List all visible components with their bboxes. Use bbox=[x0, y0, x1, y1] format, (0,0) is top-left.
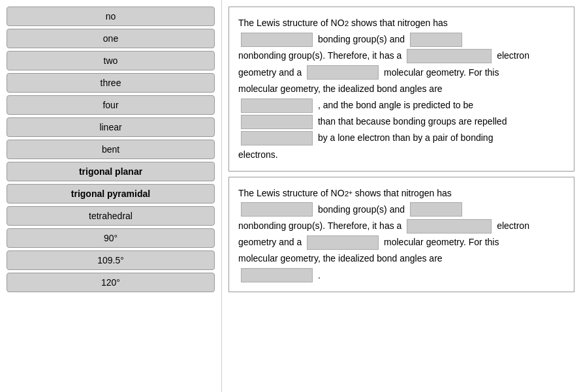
blank-2-3[interactable] bbox=[407, 219, 492, 234]
blank-2-1[interactable] bbox=[241, 202, 313, 217]
block1-intro: The Lewis structure of NO bbox=[238, 15, 345, 31]
question-block-2: The Lewis structure of NO2+ shows that n… bbox=[228, 177, 574, 292]
blank-2-2[interactable] bbox=[410, 202, 462, 217]
block1-line5: molecular geometry, the idealized bond a… bbox=[238, 81, 565, 97]
blank-2-5[interactable] bbox=[241, 268, 313, 282]
blank-1-5[interactable] bbox=[241, 98, 313, 113]
block2-line2: bonding group(s) and bbox=[238, 202, 565, 218]
block1-line7: than that because bonding groups are rep… bbox=[238, 113, 565, 130]
word-item-linear[interactable]: linear bbox=[7, 117, 215, 137]
block2-line5: molecular geometry, the idealized bond a… bbox=[238, 250, 565, 267]
blank-1-6[interactable] bbox=[241, 115, 313, 129]
question-panel: The Lewis structure of NO2 shows that ni… bbox=[222, 0, 581, 392]
block1-line8: by a lone electron than by a pair of bon… bbox=[238, 130, 565, 146]
word-item-120-[interactable]: 120° bbox=[7, 273, 215, 292]
word-item-four[interactable]: four bbox=[7, 95, 215, 115]
block2-line6: . bbox=[238, 267, 565, 284]
word-item-bent[interactable]: bent bbox=[7, 140, 215, 159]
word-item-three[interactable]: three bbox=[7, 73, 215, 93]
blank-1-2[interactable] bbox=[410, 33, 462, 47]
word-item-tetrahedral[interactable]: tetrahedral bbox=[7, 206, 215, 226]
block1-line3: nonbonding group(s). Therefore, it has a… bbox=[238, 48, 565, 64]
block1-line2: bonding group(s) and bbox=[238, 31, 565, 48]
blank-2-4[interactable] bbox=[307, 235, 379, 250]
block2-line1: The Lewis structure of NO2+ shows that n… bbox=[238, 185, 565, 202]
block1-line9: electrons. bbox=[238, 147, 565, 163]
block2-line3: nonbonding group(s). Therefore, it has a… bbox=[238, 218, 565, 234]
block2-intro: The Lewis structure of NO bbox=[238, 185, 345, 202]
block2-shows: shows that nitrogen has bbox=[353, 185, 452, 202]
block2-line4: geometry and a molecular geometry. For t… bbox=[238, 234, 565, 250]
word-item-109-5-[interactable]: 109.5° bbox=[7, 250, 215, 270]
blank-1-4[interactable] bbox=[307, 65, 379, 80]
word-item-no[interactable]: no bbox=[7, 7, 215, 26]
blank-1-1[interactable] bbox=[241, 33, 313, 47]
word-item-two[interactable]: two bbox=[7, 51, 215, 70]
block1-shows: shows that nitrogen has bbox=[349, 15, 448, 31]
word-item-one[interactable]: one bbox=[7, 29, 215, 48]
word-item-trigonal-planar[interactable]: trigonal planar bbox=[7, 162, 215, 181]
question-block-1: The Lewis structure of NO2 shows that ni… bbox=[228, 7, 574, 172]
word-item-trigonal-pyramidal[interactable]: trigonal pyramidal bbox=[7, 184, 215, 204]
block1-line4: geometry and a molecular geometry. For t… bbox=[238, 65, 565, 81]
block1-line6: , and the bond angle is predicted to be bbox=[238, 97, 565, 113]
word-item-90-[interactable]: 90° bbox=[7, 228, 215, 248]
block1-line1: The Lewis structure of NO2 shows that ni… bbox=[238, 15, 565, 31]
blank-1-3[interactable] bbox=[407, 49, 492, 63]
word-bank: noonetwothreefourlinearbenttrigonal plan… bbox=[0, 0, 222, 392]
blank-1-7[interactable] bbox=[241, 131, 313, 145]
